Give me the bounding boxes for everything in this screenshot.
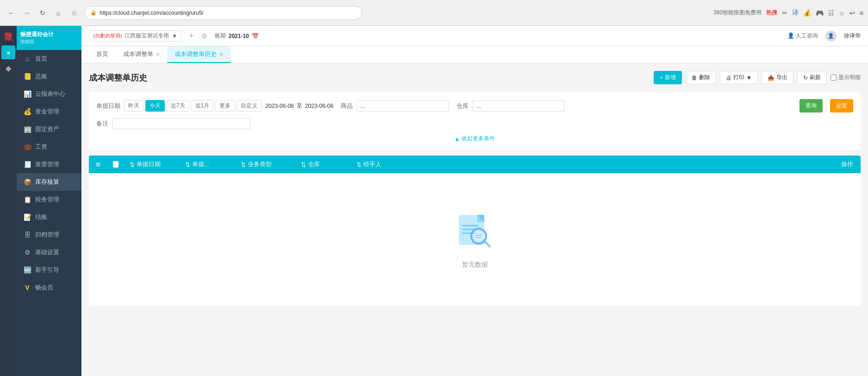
tab-cost-adjust-history[interactable]: 成本调整单历史 ✕: [167, 46, 231, 63]
th-warehouse-label: 仓库: [308, 160, 320, 169]
custom-btn[interactable]: 自定义: [237, 100, 262, 112]
th-settings[interactable]: ⚙: [89, 161, 107, 168]
url-text: https://cloud.chanjet.com/accounting/uru…: [100, 10, 203, 16]
star-button[interactable]: ☆: [68, 6, 81, 19]
remark-label: 备注: [96, 119, 108, 128]
query-label: 查询: [806, 102, 817, 110]
date-from: 2023-06-06: [265, 103, 293, 109]
month-btn[interactable]: 近1月: [191, 100, 214, 112]
sidebar-item-settings[interactable]: ⚙ 基础设置: [17, 244, 81, 261]
th-biz-type[interactable]: ⇅ 业务类型: [235, 160, 295, 169]
logo-text: 畅捷通好会计: [20, 31, 54, 38]
reports-icon: 📊: [23, 90, 31, 98]
query-button[interactable]: 查询: [799, 99, 823, 113]
th-bill-no-label: 单据...: [192, 160, 209, 169]
ssl-lock-icon: 🔒: [90, 10, 97, 16]
refresh-button[interactable]: ↻ 刷新: [797, 71, 827, 84]
home-button[interactable]: ⌂: [52, 6, 65, 19]
headset-icon: 👤: [787, 32, 794, 39]
sidebar-item-home[interactable]: ⌂ 首页: [17, 50, 81, 68]
sidebar-item-tax[interactable]: 📋 税务管理: [17, 191, 81, 208]
sidebar-label-funds: 资金管理: [35, 107, 59, 116]
sidebar-item-close[interactable]: 📝 结账: [17, 208, 81, 226]
back-button[interactable]: ←: [5, 6, 18, 19]
collapse-btn[interactable]: ▲ 收起更多条件: [455, 135, 495, 143]
tax-icon: 📋: [23, 196, 31, 203]
print-button[interactable]: 🖨 打印 ▼: [720, 71, 758, 84]
service-btn[interactable]: 👤 人工咨询: [787, 32, 818, 40]
empty-svg: [452, 210, 498, 252]
sidebar-item-guide[interactable]: 🆕 新手引导: [17, 261, 81, 279]
today-btn[interactable]: 今天: [145, 100, 165, 112]
game-icon: 🎮: [816, 9, 824, 17]
delete-button[interactable]: 🗑 删除: [686, 71, 716, 84]
add-account-btn[interactable]: +: [189, 31, 194, 41]
collapse-label: 收起更多条件: [462, 135, 495, 143]
date-filter-buttons: 昨天 今天 近7天 近1月 更多 自定义: [124, 100, 262, 112]
remark-input[interactable]: [112, 118, 251, 129]
period-info: 账期 2021-10 📅: [215, 32, 259, 40]
address-bar[interactable]: 🔒 https://cloud.chanjet.com/accounting/u…: [84, 6, 362, 20]
show-detail-input[interactable]: [831, 75, 837, 81]
sidebar-item-salary[interactable]: 💼 工资: [17, 138, 81, 156]
filter-settings-button[interactable]: 设置: [830, 99, 853, 113]
th-handler[interactable]: ⇅ 经手人: [351, 160, 406, 169]
svg-rect-3: [462, 225, 478, 226]
sort-icon-biz: ⇅: [241, 161, 246, 168]
sidebar-item-invoice[interactable]: 🧾 发票管理: [17, 156, 81, 173]
sidebar-item-ledger[interactable]: 📒 总账: [17, 68, 81, 85]
tab-home[interactable]: 首页: [89, 46, 116, 63]
icon-bar-active[interactable]: ■: [1, 45, 15, 59]
browser-tools: 360智能抠图免费用 热搜 ✂ 译 💰 🎮 ☷ ☼ ↩ ≡: [713, 9, 863, 17]
yesterday-btn[interactable]: 昨天: [124, 100, 144, 112]
th-date[interactable]: ⇅ 单据日期: [124, 160, 180, 169]
th-warehouse[interactable]: ⇅ 仓库: [295, 160, 351, 169]
sidebar-label-salary: 工资: [35, 143, 47, 151]
new-button[interactable]: + 新增: [654, 71, 682, 84]
sidebar-item-reports[interactable]: 📊 云报表中心: [17, 85, 81, 103]
sidebar-label-invoice: 发票管理: [35, 160, 59, 169]
calendar-icon[interactable]: 📅: [252, 33, 259, 39]
print-label: 打印: [733, 74, 744, 81]
more-btn[interactable]: 更多: [215, 100, 235, 112]
forward-button[interactable]: →: [20, 6, 33, 19]
plus-icon: +: [660, 75, 663, 81]
sidebar-item-member[interactable]: V 畅会员: [17, 279, 81, 296]
tab-cost-adjust-close[interactable]: ✕: [156, 52, 160, 57]
account-selector[interactable]: (勿删勿禁用) 江西服宝测试专用 ▼: [89, 30, 181, 42]
sidebar-item-archive[interactable]: 🗄 归档管理: [17, 226, 81, 244]
guide-icon: 🆕: [23, 266, 31, 274]
svg-point-8: [473, 231, 484, 242]
settings-gear-icon[interactable]: ⚙: [201, 32, 207, 40]
svg-rect-4: [462, 229, 475, 230]
logo-sub: 旗舰版: [20, 38, 54, 45]
th-bill-no[interactable]: ⇅ 单据...: [180, 160, 235, 169]
account-warning-tag: (勿删勿禁用): [93, 32, 122, 39]
sidebar-label-close: 结账: [35, 213, 47, 221]
sort-icon-date: ⇅: [130, 161, 135, 168]
export-button[interactable]: 📤 导出: [762, 71, 793, 84]
icon-bar-item-3[interactable]: ◆: [1, 61, 15, 75]
warehouse-filter-input[interactable]: ...: [472, 100, 565, 112]
sidebar-label-settings: 基础设置: [35, 248, 59, 257]
tab-cost-adjust[interactable]: 成本调整单 ✕: [116, 46, 167, 63]
sidebar-nav: ⌂ 首页 📒 总账 📊 云报表中心 💰 资金管理 🏢 固定资产 💼 工资: [17, 50, 81, 376]
inventory-icon: 📦: [23, 178, 31, 186]
th-checkbox[interactable]: [107, 161, 124, 168]
sidebar-label-tax: 税务管理: [35, 195, 59, 204]
empty-text: 暂无数据: [462, 261, 488, 269]
sidebar-item-inventory[interactable]: 📦 库存核算: [17, 173, 81, 191]
select-all-checkbox[interactable]: [113, 161, 119, 168]
sidebar-item-funds[interactable]: 💰 资金管理: [17, 103, 81, 120]
filter-settings-label: 设置: [836, 102, 847, 110]
sidebar-item-assets[interactable]: 🏢 固定资产: [17, 120, 81, 138]
week-btn[interactable]: 近7天: [167, 100, 189, 112]
empty-illustration: [452, 210, 498, 253]
product-filter-input[interactable]: ...: [356, 100, 449, 112]
date-to: 2023-06-06: [305, 103, 333, 109]
tab-cost-adjust-history-close[interactable]: ✕: [219, 52, 223, 57]
refresh-button[interactable]: ↻: [36, 6, 49, 19]
th-actions-label: 操作: [841, 160, 853, 169]
show-detail-checkbox[interactable]: 显示明细: [831, 74, 861, 81]
icon-bar-weibo[interactable]: 微: [1, 30, 15, 44]
